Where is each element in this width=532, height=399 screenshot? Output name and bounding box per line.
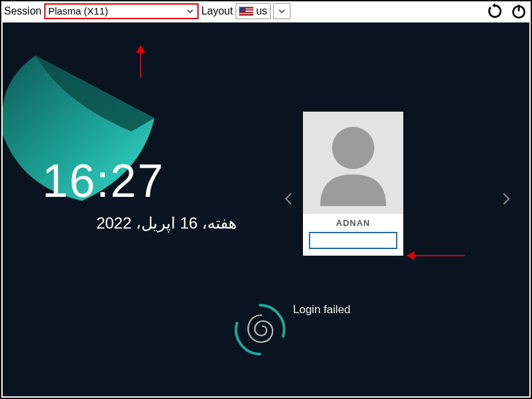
power-icon xyxy=(510,3,527,20)
annotation-arrow-left xyxy=(405,249,465,262)
svg-point-2 xyxy=(332,127,374,169)
power-button[interactable] xyxy=(510,2,528,20)
us-flag-icon xyxy=(239,7,253,16)
layout-value: us xyxy=(256,5,267,17)
layout-dropdown[interactable] xyxy=(273,3,290,19)
clock-time: 16:27 xyxy=(42,155,164,207)
chevron-down-icon xyxy=(185,7,195,16)
session-label: Session xyxy=(4,5,42,17)
login-screen: 16:27 هفته، 16 اپريل، 2022 ADNAN Login f… xyxy=(3,22,529,396)
session-select[interactable]: Plasma (X11) xyxy=(44,3,199,19)
chevron-down-icon xyxy=(277,7,286,16)
user-card: ADNAN xyxy=(303,112,403,256)
password-input[interactable] xyxy=(309,232,397,249)
layout-select[interactable]: us xyxy=(236,3,271,19)
top-toolbar: Session Plasma (X11) Layout us xyxy=(1,1,531,21)
restart-icon xyxy=(486,3,504,20)
login-status-message: Login failed xyxy=(293,303,350,316)
restart-button[interactable] xyxy=(486,2,504,20)
session-value: Plasma (X11) xyxy=(48,5,108,17)
clock-date: هفته، 16 اپريل، 2022 xyxy=(39,214,237,233)
next-user-button[interactable] xyxy=(501,191,512,211)
user-icon xyxy=(314,120,393,206)
avatar xyxy=(303,112,403,214)
layout-label: Layout xyxy=(201,5,233,17)
previous-user-button[interactable] xyxy=(283,191,294,211)
debian-swirl-icon xyxy=(245,312,278,345)
username-label: ADNAN xyxy=(336,218,370,228)
